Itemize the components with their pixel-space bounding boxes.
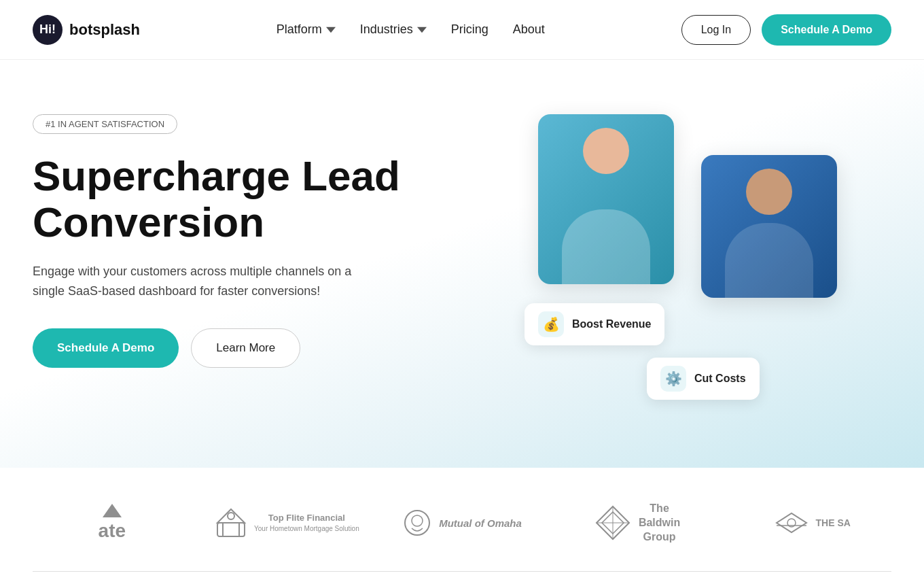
nav-links: Platform Industries Pricing About [277, 22, 545, 37]
divider [33, 571, 891, 572]
cut-costs-badge: ⚙️ Cut Costs [647, 358, 760, 400]
logo[interactable]: Hi! botsplash [33, 15, 140, 45]
logo-topflite: Top Flite Financial Your Hometown Mortga… [208, 506, 367, 539]
schedule-demo-hero-button[interactable]: Schedule A Demo [33, 328, 179, 368]
svg-point-2 [228, 513, 234, 519]
mutual-logo: Mutual of Omaha [402, 508, 522, 538]
baldwin-logo: The Baldwin Group [594, 502, 680, 544]
logo-icon: Hi! [33, 15, 63, 45]
logos-section: ate Top Flite Financial Your Hometown Mo… [0, 468, 924, 571]
hero-right: 💰 Boost Revenue ⚙️ Cut Costs [497, 101, 891, 468]
thesa-logo: THE SA [774, 511, 851, 535]
logo-ate: ate [33, 504, 192, 542]
navbar: Hi! botsplash Platform Industries Pricin… [0, 0, 924, 60]
cut-costs-label: Cut Costs [694, 373, 746, 385]
schedule-demo-nav-button[interactable]: Schedule A Demo [762, 14, 891, 46]
hero-section: #1 IN AGENT SATISFACTION Supercharge Lea… [0, 60, 924, 468]
hero-left: #1 IN AGENT SATISFACTION Supercharge Lea… [33, 101, 400, 368]
nav-platform[interactable]: Platform [277, 22, 336, 37]
cut-costs-icon: ⚙️ [660, 366, 686, 392]
woman-photo-card [538, 114, 674, 284]
boost-revenue-icon: 💰 [538, 311, 564, 337]
man-photo-card [701, 155, 837, 298]
logo-baldwin-group: The Baldwin Group [558, 502, 717, 544]
svg-rect-0 [217, 523, 245, 536]
topflite-logo: Top Flite Financial Your Hometown Mortga… [215, 506, 359, 539]
logo-mutual-omaha: Mutual of Omaha [383, 508, 541, 538]
nav-about[interactable]: About [513, 22, 545, 37]
hero-subtitle: Engage with your customers across multip… [33, 262, 359, 301]
svg-point-6 [412, 515, 423, 526]
nav-industries[interactable]: Industries [360, 22, 427, 37]
logo-text: botsplash [69, 21, 140, 39]
login-button[interactable]: Log In [681, 15, 751, 45]
ate-logo: ate [99, 504, 126, 542]
hero-title: Supercharge Lead Conversion [33, 153, 400, 245]
logos-row: ate Top Flite Financial Your Hometown Mo… [33, 502, 891, 544]
boost-revenue-label: Boost Revenue [572, 318, 651, 330]
logo-thesa: THE SA [732, 511, 891, 535]
hero-buttons: Schedule A Demo Learn More [33, 328, 400, 368]
svg-marker-1 [217, 509, 245, 523]
nav-actions: Log In Schedule A Demo [681, 14, 891, 46]
boost-revenue-badge: 💰 Boost Revenue [525, 303, 664, 345]
nav-pricing[interactable]: Pricing [451, 22, 488, 37]
agent-satisfaction-badge: #1 IN AGENT SATISFACTION [33, 114, 177, 134]
learn-more-button[interactable]: Learn More [191, 328, 300, 368]
